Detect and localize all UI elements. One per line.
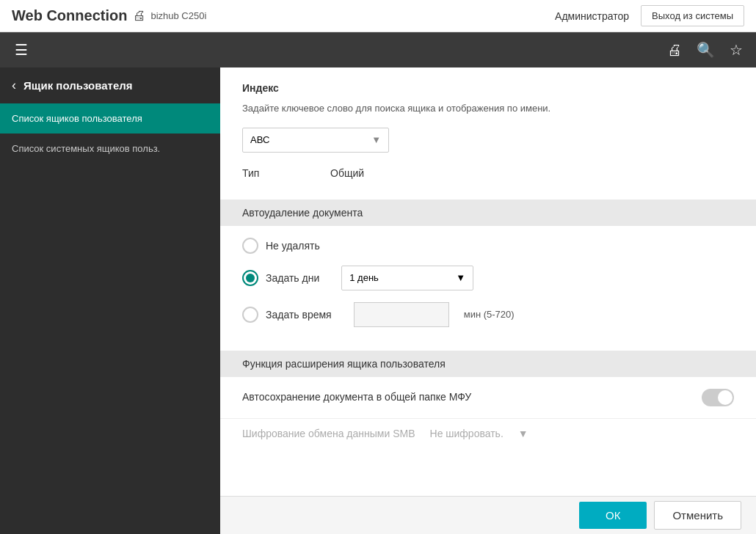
index-dropdown[interactable]: АВС ▼: [242, 128, 389, 153]
sidebar: ‹ Ящик пользователя Список ящиков пользо…: [0, 67, 220, 534]
index-description: Задайте ключевое слово для поиска ящика …: [242, 101, 734, 116]
bookmark-icon-button[interactable]: ☆: [725, 37, 747, 63]
radio-set-time[interactable]: [242, 307, 258, 323]
header: Web Connection 🖨 bizhub C250i Администра…: [0, 0, 756, 32]
time-input[interactable]: [354, 302, 449, 327]
days-dropdown[interactable]: 1 день ▼: [341, 266, 473, 290]
time-unit: мин (5-720): [464, 309, 515, 320]
sidebar-header: ‹ Ящик пользователя: [0, 67, 220, 103]
search-icon-button[interactable]: 🔍: [692, 37, 719, 63]
sidebar-item-user-boxes[interactable]: Список ящиков пользователя: [0, 103, 220, 134]
printer-name: bizhub C250i: [150, 10, 206, 21]
sidebar-back-button[interactable]: ‹: [12, 78, 16, 93]
index-section: Индекс Задайте ключевое слово для поиска…: [220, 67, 756, 167]
header-right: Администратор Выход из системы: [555, 5, 744, 26]
admin-label: Администратор: [555, 10, 629, 22]
smb-value: Не шифровать.: [430, 428, 504, 439]
navbar-left: ☰: [9, 35, 34, 65]
days-dropdown-arrow: ▼: [456, 272, 465, 283]
ok-button[interactable]: ОК: [579, 502, 647, 529]
days-dropdown-value: 1 день: [349, 272, 379, 283]
type-row: Тип Общий: [242, 167, 734, 179]
autosave-label: Автосохранение документа в общей папке М…: [242, 389, 471, 405]
type-label: Тип: [242, 167, 330, 179]
autosave-row: Автосохранение документа в общей папке М…: [220, 377, 756, 418]
type-section: Тип Общий: [220, 167, 756, 200]
smb-arrow: ▼: [518, 428, 528, 439]
radio-item-no-delete: Не удалять: [242, 238, 734, 254]
radio-set-days[interactable]: [242, 270, 258, 286]
radio-label-set-days: Задать дни: [266, 272, 319, 284]
content-area[interactable]: Индекс Задайте ключевое слово для поиска…: [220, 67, 756, 534]
index-label: Индекс: [242, 82, 734, 94]
radio-item-set-days: Задать дни 1 день ▼: [242, 266, 734, 290]
logo-area: Web Connection 🖨 bizhub C250i: [12, 7, 555, 24]
index-dropdown-value: АВС: [250, 134, 269, 145]
radio-item-set-time: Задать время мин (5-720): [242, 302, 734, 327]
logout-button[interactable]: Выход из системы: [641, 5, 744, 26]
navbar: ☰ 🖨 🔍 ☆: [0, 32, 756, 67]
app-title: Web Connection: [12, 7, 127, 24]
navbar-right: 🖨 🔍 ☆: [663, 37, 747, 63]
cancel-button[interactable]: Отменить: [654, 501, 741, 530]
auto-delete-header: Автоудаление документа: [220, 200, 756, 226]
radio-label-set-time: Задать время: [266, 309, 332, 321]
smb-label: Шифрование обмена данными SMB: [242, 428, 415, 439]
footer-bar: ОК Отменить: [220, 496, 756, 534]
autosave-toggle[interactable]: [702, 389, 734, 406]
hamburger-button[interactable]: ☰: [9, 35, 34, 65]
type-value: Общий: [330, 167, 364, 179]
radio-label-no-delete: Не удалять: [266, 240, 320, 252]
smb-row: Шифрование обмена данными SMB Не шифрова…: [220, 418, 756, 448]
content-wrapper: Индекс Задайте ключевое слово для поиска…: [220, 67, 756, 448]
radio-group: Не удалять Задать дни 1 день ▼ Задать вр…: [220, 226, 756, 351]
sidebar-title: Ящик пользователя: [23, 79, 133, 92]
radio-no-delete[interactable]: [242, 238, 258, 254]
sidebar-menu: Список ящиков пользователя Список систем…: [0, 103, 220, 164]
printer-info: 🖨 bizhub C250i: [133, 8, 206, 23]
index-dropdown-arrow: ▼: [371, 134, 381, 145]
extension-header: Функция расширения ящика пользователя: [220, 351, 756, 377]
printer-icon: 🖨: [133, 8, 146, 23]
print-icon-button[interactable]: 🖨: [663, 37, 686, 63]
main-layout: ‹ Ящик пользователя Список ящиков пользо…: [0, 67, 756, 534]
sidebar-item-system-boxes[interactable]: Список системных ящиков польз.: [0, 134, 220, 164]
